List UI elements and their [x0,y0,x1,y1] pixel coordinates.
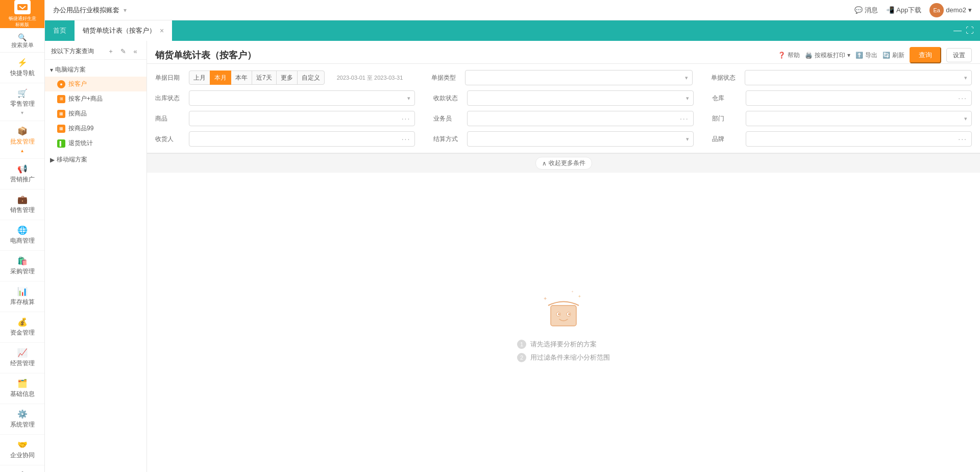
sidebar: 畅捷通好生意 标账版 🔍 搜索菜单 ⚡ 快捷导航 🛒 零售管理 ▾ 📦 批发管理… [0,0,45,472]
tab-sales-stat[interactable]: 销货单统计表（按客户） × [75,20,172,41]
receiver-select[interactable]: ··· [189,131,415,147]
help-button[interactable]: ❓ 帮助 [778,51,800,60]
page-header-right: ❓ 帮助 🖨️ 按模板打印 ▾ ⬆️ 导出 🔄 刷新 [778,47,972,63]
add-scheme-button[interactable]: + [106,46,116,56]
brand-dots: ··· [958,135,967,143]
collapse-conditions-button[interactable]: ∧ 收起更多条件 [535,157,592,170]
tab-home-label: 首页 [53,26,66,35]
brand-select[interactable]: ··· [746,131,972,147]
scheme-icon-goods99: ▦ [57,125,65,133]
empty-illustration: ✦ ✦ ✦ [538,282,589,334]
date-btn-this-year[interactable]: 本年 [231,70,252,85]
date-btn-last7[interactable]: 近7天 [252,70,277,85]
search-menu[interactable]: 🔍 搜索菜单 [0,28,44,53]
order-type-select[interactable]: ▾ [465,70,692,85]
goods-select[interactable]: ··· [189,111,415,126]
settings-button[interactable]: 设置 [946,48,972,62]
export-button[interactable]: ⬆️ 导出 [855,51,877,60]
date-btn-custom[interactable]: 自定义 [297,70,325,85]
scheme-icon-customer: ● [57,80,65,88]
date-range-display: 2023-03-01 至 2023-03-31 [337,74,403,82]
sidebar-item-enterprise[interactable]: 🤝 企业协同 [0,435,44,465]
refresh-button[interactable]: 🔄 刷新 [883,51,904,60]
basic-icon: 🗂️ [17,379,28,388]
ecommerce-icon: 🌐 [17,225,28,235]
quicknav-label: 快捷导航 [10,69,35,78]
app-download-button[interactable]: 📲 App下载 [886,6,921,15]
app-name: 畅捷通好生意 [9,16,36,21]
tab-home[interactable]: 首页 [45,20,75,41]
sidebar-item-quicknav[interactable]: ⚡ 快捷导航 [0,53,44,83]
help-icon: ❓ [778,52,786,59]
order-status-select[interactable]: ▾ [745,70,972,85]
sidebar-item-sales[interactable]: 💼 销售管理 [0,190,44,220]
sidebar-item-system[interactable]: ⚙️ 系统管理 [0,404,44,435]
scheme-icon-customer-goods: ⊞ [57,95,65,103]
tab-minimize-icon[interactable]: — [953,26,962,35]
scheme-by-customer-goods[interactable]: ⊞ 按客户+商品 [45,91,146,106]
collapse-panel-button[interactable]: « [130,46,140,56]
sidebar-item-ecommerce[interactable]: 🌐 电商管理 [0,220,44,251]
inventory-label: 库存核算 [10,298,35,306]
mobile-scheme-group[interactable]: ▶ 移动端方案 [45,153,146,167]
mobile-group-arrow: ▶ [50,156,55,163]
tab-close-icon[interactable]: × [160,27,164,35]
desktop-scheme-group[interactable]: ▾ 电脑端方案 [45,63,146,77]
collapse-icon: ∧ [542,160,547,167]
order-status-arrow: ▾ [964,75,967,81]
tab-maximize-icon[interactable]: ⛶ [966,26,974,35]
settle-select[interactable]: ▾ [467,131,693,147]
sidebar-item-marketing[interactable]: 📢 营销推广 [0,159,44,190]
sidebar-item-retail[interactable]: 🛒 零售管理 ▾ [0,83,44,121]
tip-text-1: 请先选择要分析的方案 [530,340,597,349]
finance-icon: 💰 [17,317,28,327]
query-button[interactable]: 查询 [910,47,941,63]
sidebar-item-basic[interactable]: 🗂️ 基础信息 [0,373,44,404]
date-btn-more[interactable]: 更多 [276,70,298,85]
topbar-title: 办公用品行业模拟账套 [53,6,119,15]
retail-icon: 🛒 [17,88,28,98]
wholesale-icon: 📦 [17,126,28,136]
message-button[interactable]: 💬 消息 [854,6,878,15]
settle-arrow: ▾ [686,136,689,143]
main-area: 办公用品行业模拟账套 ▾ 💬 消息 📲 App下载 Ea demo2 ▾ 首 [45,0,980,472]
avatar: Ea [929,3,944,17]
sidebar-item-finance[interactable]: 💰 资金管理 [0,312,44,343]
topbar-dropdown-icon[interactable]: ▾ [124,7,127,14]
scheme-label-goods: 按商品 [68,109,87,118]
date-btn-this-month[interactable]: 本月 [210,70,231,85]
warehouse-select[interactable]: ··· [746,90,972,106]
tip-num-2: 2 [517,353,526,362]
sidebar-item-operation[interactable]: 📈 经营管理 [0,343,44,373]
enterprise-icon: 🤝 [17,440,28,450]
scheme-by-goods99[interactable]: ▦ 按商品99 [45,121,146,136]
empty-tip-2: 2 用过滤条件来缩小分析范围 [517,353,610,362]
sidebar-item-newbie[interactable]: 🎓 新手引导 [0,465,44,472]
date-btn-last-month[interactable]: 上月 [189,70,210,85]
delivery-select[interactable]: ▾ [189,90,415,106]
scheme-by-goods[interactable]: ▦ 按商品 [45,106,146,121]
dept-select[interactable]: ▾ [746,111,972,126]
delivery-arrow: ▾ [407,95,410,102]
brand-label: 品牌 [712,135,738,144]
date-filter: 上月 本月 本年 近7天 更多 自定义 [189,70,325,85]
operation-icon: 📈 [17,348,28,358]
sidebar-item-inventory[interactable]: 📊 库存核算 [0,281,44,312]
collapse-conditions-bar: ∧ 收起更多条件 [147,153,980,173]
scheme-return-stat[interactable]: ▌ 退货统计 [45,136,146,151]
purchase-label: 采购管理 [10,267,35,276]
scheme-by-customer[interactable]: ● 按客户 [45,77,146,91]
edit-scheme-button[interactable]: ✎ [118,46,128,56]
print-icon: 🖨️ [805,52,813,59]
print-template-button[interactable]: 🖨️ 按模板打印 ▾ [805,51,850,60]
page-header: 销货单统计表（按客户） ❓ 帮助 🖨️ 按模板打印 ▾ ⬆️ 导出 [147,41,980,64]
dept-arrow: ▾ [964,115,967,122]
filter-row-3: 商品 ··· 业务员 ··· 部门 ▾ [155,111,972,126]
payment-select[interactable]: ▾ [467,90,693,106]
salesman-select[interactable]: ··· [467,111,693,126]
sidebar-item-wholesale[interactable]: 📦 批发管理 ▴ [0,121,44,159]
sidebar-item-purchase[interactable]: 🛍️ 采购管理 [0,251,44,281]
user-profile[interactable]: Ea demo2 ▾ [929,3,972,17]
scheme-label-customer-goods: 按客户+商品 [68,95,103,103]
order-status-label: 单据状态 [711,74,737,82]
